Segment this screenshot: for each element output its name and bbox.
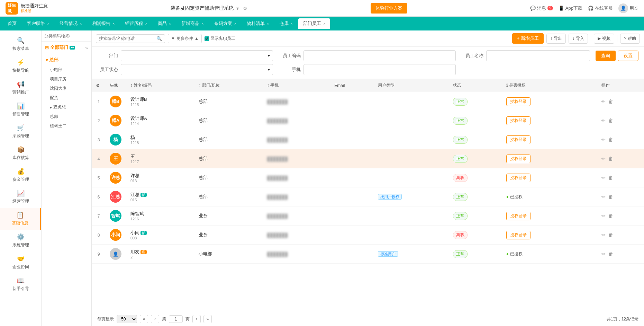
close-icon[interactable]: × <box>201 21 203 26</box>
tab-profit[interactable]: 利润报告 × <box>88 18 119 29</box>
dept-item-shuanghu[interactable]: ▸ 双虎想 <box>42 103 91 112</box>
edit-icon[interactable]: ✏ <box>601 213 606 219</box>
page-size-select[interactable]: 50 100 200 <box>117 315 137 323</box>
auth-button[interactable]: 授权登录 <box>506 135 530 144</box>
page-input[interactable] <box>169 315 183 323</box>
auth-button[interactable]: 授权登录 <box>506 97 530 106</box>
auth-button[interactable]: 授权登录 <box>506 116 530 125</box>
sidebar-item-system[interactable]: ⚙️ 系统管理 <box>0 230 41 252</box>
edit-icon[interactable]: ✏ <box>601 251 606 257</box>
th-phone[interactable]: ↕ 手机 <box>263 79 330 92</box>
dept-search-input[interactable] <box>44 34 92 38</box>
sidebar-item-inventory[interactable]: 📦 库存核算 <box>0 142 41 164</box>
delete-icon[interactable]: 🗑 <box>608 175 613 180</box>
show-resigned-wrap[interactable]: 显示离职员工 <box>205 36 235 42</box>
delete-icon[interactable]: 🗑 <box>608 137 613 142</box>
tab-home[interactable]: 首页 <box>3 18 21 29</box>
close-icon[interactable]: × <box>112 21 115 26</box>
dept-edit-icon[interactable]: ✏ <box>70 46 75 50</box>
edit-icon[interactable]: ✏ <box>601 156 606 161</box>
app-download-area[interactable]: 📱 App下载 <box>559 5 582 11</box>
close-icon[interactable]: × <box>323 21 325 26</box>
sidebar-item-operations[interactable]: 📈 经营管理 <box>0 186 41 208</box>
tab-bom[interactable]: 物料清单 × <box>242 18 274 29</box>
sidebar-item-search[interactable]: 🔍 搜索菜单 <box>0 33 41 55</box>
import-button[interactable]: ↓ 导入 <box>569 34 588 44</box>
delete-icon[interactable]: 🗑 <box>608 213 613 219</box>
dept-item-project[interactable]: 项目库房 <box>42 74 91 84</box>
tab-barcode[interactable]: 条码方案 × <box>209 18 241 29</box>
sidebar-item-quick[interactable]: ⚡ 快捷导航 <box>0 55 41 77</box>
chevron-down-icon[interactable]: ▾ <box>236 6 239 11</box>
all-dept-label[interactable]: ⊞ 全部部门 ✏ <box>45 44 75 51</box>
dept-item-zongbu[interactable]: 总部 <box>42 112 91 121</box>
delete-icon[interactable]: 🗑 <box>608 232 613 238</box>
dept-collapse-icon[interactable]: « <box>85 45 88 50</box>
settings-icon[interactable]: ⚙ <box>243 6 247 11</box>
next-page-btn[interactable]: › <box>192 315 201 323</box>
close-icon[interactable]: × <box>47 21 49 26</box>
query-button[interactable]: 查询 <box>596 51 616 61</box>
delete-icon[interactable]: 🗑 <box>608 99 613 104</box>
sidebar-item-marketing[interactable]: 📢 营销推广 <box>0 77 41 99</box>
th-name[interactable]: ↕ 姓名/编码 <box>126 79 194 92</box>
view-button[interactable]: ▶ 视频 <box>594 34 614 44</box>
tab-warehouse[interactable]: 仓库 × <box>275 18 298 29</box>
close-icon[interactable]: × <box>169 21 171 26</box>
tab-goods[interactable]: 商品 × <box>153 18 176 29</box>
th-settings[interactable]: ⚙ <box>92 79 106 92</box>
emp-code-input[interactable] <box>303 50 456 61</box>
dept-item-shenyang[interactable]: 沈阳大库 <box>42 84 91 93</box>
sidebar-item-collab[interactable]: 🤝 企业协同 <box>0 252 41 273</box>
sidebar-item-finance[interactable]: 💰 资金管理 <box>0 164 41 186</box>
edit-icon[interactable]: ✏ <box>601 194 606 200</box>
delete-icon[interactable]: 🗑 <box>608 251 613 257</box>
tab-history[interactable]: 经营历程 × <box>120 18 152 29</box>
last-page-btn[interactable]: » <box>203 315 212 323</box>
th-dept[interactable]: ↕ 部门/职位 <box>194 79 263 92</box>
delete-icon[interactable]: 🗑 <box>608 156 613 161</box>
tab-operations[interactable]: 经营情况 × <box>55 18 87 29</box>
close-icon[interactable]: × <box>291 21 293 26</box>
sidebar-item-guide[interactable]: 📖 新手引导 <box>0 273 41 295</box>
tab-add-goods[interactable]: 新增商品 × <box>176 18 208 29</box>
edit-icon[interactable]: ✏ <box>601 118 606 123</box>
online-service-area[interactable]: 🎧 在线客服 <box>588 5 613 11</box>
sidebar-item-basic[interactable]: 📋 基础信息 <box>0 208 41 230</box>
more-conditions-btn[interactable]: ▼ 更多条件 ▲ <box>168 34 202 43</box>
trial-button[interactable]: 体验行业方案 <box>371 3 407 14</box>
prev-page-btn[interactable]: ‹ <box>151 315 159 323</box>
help-button[interactable]: ? 帮助 <box>620 34 640 44</box>
dept-select[interactable]: ▾ <box>121 50 273 61</box>
tab-employees[interactable]: 部门员工 × <box>298 18 330 29</box>
phone-input[interactable] <box>303 64 456 75</box>
auth-button[interactable]: 授权登录 <box>506 231 530 239</box>
edit-icon[interactable]: ✏ <box>601 137 606 142</box>
search-input[interactable] <box>99 36 155 41</box>
set-button[interactable]: 设置 <box>618 51 638 61</box>
edit-icon[interactable]: ✏ <box>601 175 606 180</box>
auth-button[interactable]: 授权登录 <box>506 174 530 182</box>
close-icon[interactable]: × <box>80 21 82 26</box>
edit-icon[interactable]: ✏ <box>601 232 606 238</box>
delete-icon[interactable]: 🗑 <box>608 194 613 200</box>
show-resigned-checkbox[interactable] <box>205 36 209 41</box>
user-area[interactable]: 👤 用友 <box>618 3 638 13</box>
close-icon[interactable]: × <box>145 21 147 26</box>
dept-item-xiaodian[interactable]: 小电部 <box>42 65 91 74</box>
delete-icon[interactable]: 🗑 <box>608 118 613 123</box>
sidebar-item-sales[interactable]: 📊 销售管理 <box>0 99 41 121</box>
edit-icon[interactable]: ✏ <box>601 99 606 104</box>
dept-section-general[interactable]: ▾ 总部 <box>42 55 91 65</box>
close-icon[interactable]: × <box>267 21 269 26</box>
emp-name-input[interactable] <box>486 50 590 61</box>
close-icon[interactable]: × <box>234 21 236 26</box>
message-icon-area[interactable]: 💬 消息 5 <box>530 5 553 11</box>
dept-item-distribution[interactable]: 配货 <box>42 93 91 103</box>
export-button[interactable]: ↑ 导出 <box>546 34 566 44</box>
search-icon[interactable]: 🔍 <box>156 36 162 41</box>
first-page-btn[interactable]: « <box>140 315 148 323</box>
emp-status-select[interactable]: ▾ <box>121 64 273 75</box>
auth-button[interactable]: 授权登录 <box>506 212 530 220</box>
tab-customer[interactable]: 客户联络 × <box>22 18 54 29</box>
